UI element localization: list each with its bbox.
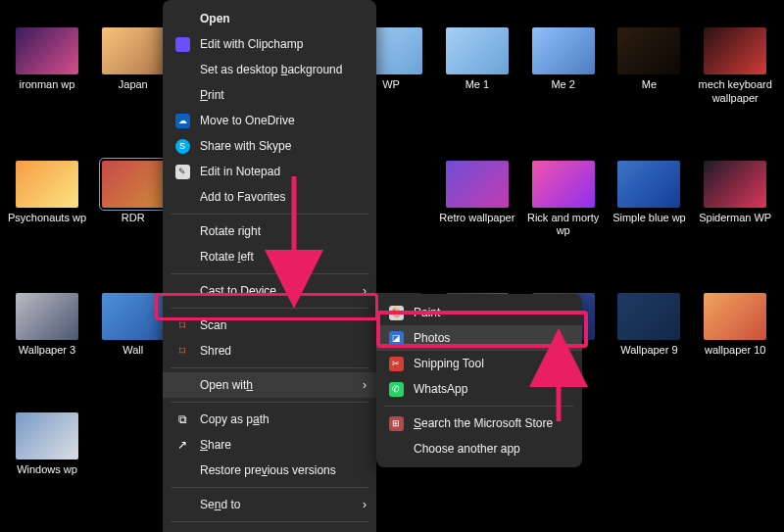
file-thumbnail (16, 293, 78, 340)
file-item[interactable]: wallpaper 10 (694, 293, 776, 385)
separator (171, 308, 368, 309)
separator (171, 214, 368, 215)
file-thumbnail (16, 27, 78, 74)
file-label: Wall (122, 344, 143, 358)
context-menu: Open Edit with Clipchamp Set as desktop … (163, 0, 376, 532)
menu-rotate-left[interactable]: Rotate left (163, 244, 376, 269)
menu-edit-notepad[interactable]: ✎Edit in Notepad (163, 159, 376, 184)
paint-icon: 🎨 (388, 305, 404, 320)
menu-share-skype[interactable]: SShare with Skype (163, 133, 376, 159)
menu-scan[interactable]: ⌑Scan (163, 313, 376, 338)
file-thumbnail (16, 161, 78, 208)
clipchamp-icon (174, 36, 190, 52)
file-item[interactable]: Simple blue wp (608, 161, 690, 266)
menu-move-onedrive[interactable]: ☁Move to OneDrive (163, 108, 376, 133)
skype-icon: S (174, 138, 190, 154)
file-label: Simple blue wp (612, 212, 686, 225)
file-label: RDR (122, 212, 145, 225)
file-label: Rick and morty wp (522, 212, 605, 239)
separator (171, 367, 368, 368)
photos-icon: ◪ (388, 330, 404, 346)
onedrive-icon: ☁ (174, 113, 190, 128)
menu-open-with[interactable]: Open with› (163, 372, 376, 398)
file-label: Wallpaper 9 (620, 344, 677, 358)
separator (171, 402, 368, 403)
menu-rotate-right[interactable]: Rotate right (163, 218, 376, 244)
file-thumbnail (704, 293, 766, 340)
menu-copy-as-path[interactable]: ⧉Copy as path (163, 407, 376, 432)
file-item[interactable]: Me (608, 27, 690, 133)
menu-open[interactable]: Open (163, 6, 376, 31)
file-label: Wallpaper 3 (19, 344, 75, 358)
file-thumbnail (102, 293, 165, 340)
file-thumbnail (704, 161, 766, 208)
separator (171, 487, 368, 488)
shred-icon: ⌑ (174, 343, 190, 359)
file-item[interactable]: Rick and morty wp (522, 161, 605, 266)
file-thumbnail (102, 161, 165, 208)
file-label: Windows wp (17, 463, 77, 477)
file-thumbnail (532, 161, 595, 208)
share-icon: ↗ (174, 437, 190, 453)
menu-print[interactable]: Print (163, 82, 376, 108)
menu-share[interactable]: ↗Share (163, 432, 376, 458)
file-label: Psychonauts wp (8, 212, 86, 225)
file-thumbnail (617, 27, 680, 74)
file-item[interactable]: ironman wp (6, 27, 88, 133)
file-label: mech keyboard wallpaper (694, 78, 776, 106)
submenu-paint[interactable]: 🎨Paint (376, 300, 582, 325)
file-item[interactable]: mech keyboard wallpaper (694, 27, 776, 133)
scan-icon: ⌑ (174, 317, 190, 333)
submenu-search-store[interactable]: ⊞Search the Microsoft Store (376, 411, 582, 436)
file-thumbnail (617, 161, 680, 208)
submenu-choose-another-app[interactable]: Choose another app (376, 436, 582, 461)
file-item[interactable]: Wallpaper 9 (608, 293, 690, 385)
menu-shred[interactable]: ⌑Shred (163, 338, 376, 363)
file-label: wallpaper 10 (705, 344, 765, 358)
menu-add-favorites[interactable]: Add to Favorites (163, 184, 376, 210)
whatsapp-icon: ✆ (388, 381, 404, 397)
chevron-right-icon: › (363, 378, 367, 392)
snipping-tool-icon: ✂ (388, 356, 404, 371)
menu-send-to[interactable]: Send to› (163, 492, 376, 517)
open-with-submenu: 🎨Paint ◪Photos ✂Snipping Tool ✆WhatsApp … (376, 294, 582, 467)
chevron-right-icon: › (363, 284, 367, 298)
menu-edit-clipchamp[interactable]: Edit with Clipchamp (163, 31, 376, 57)
file-item[interactable]: Me 1 (436, 27, 518, 133)
file-label: Retro wallpaper (439, 212, 514, 225)
ms-store-icon: ⊞ (388, 415, 404, 431)
submenu-whatsapp[interactable]: ✆WhatsApp (376, 376, 582, 402)
file-thumbnail (532, 27, 595, 74)
submenu-photos[interactable]: ◪Photos (376, 325, 582, 351)
file-item[interactable]: Retro wallpaper (436, 161, 518, 266)
menu-restore-previous-versions[interactable]: Restore previous versions (163, 458, 376, 483)
file-label: WP (382, 78, 400, 92)
file-item[interactable] (694, 412, 776, 505)
file-item[interactable]: Spiderman WP (694, 161, 776, 266)
notepad-icon: ✎ (174, 164, 190, 179)
file-thumbnail (446, 161, 509, 208)
separator (384, 406, 574, 407)
file-label: Spiderman WP (699, 212, 771, 225)
file-thumbnail (617, 293, 680, 340)
file-label: Me (642, 78, 657, 92)
file-label: Japan (119, 78, 148, 92)
submenu-snipping-tool[interactable]: ✂Snipping Tool (376, 351, 582, 376)
menu-cut[interactable]: Cut (163, 526, 376, 532)
file-item[interactable]: Psychonauts wp (6, 161, 88, 266)
menu-cast-to-device[interactable]: Cast to Device› (163, 278, 376, 304)
file-thumbnail (16, 412, 78, 459)
menu-set-desktop-background[interactable]: Set as desktop background (163, 57, 376, 82)
separator (171, 521, 368, 522)
file-item[interactable]: Me 2 (522, 27, 605, 133)
file-item[interactable]: Wallpaper 3 (6, 293, 88, 385)
file-thumbnail (446, 27, 509, 74)
file-thumbnail (704, 27, 766, 74)
chevron-right-icon: › (363, 498, 367, 511)
file-label: Me 2 (551, 78, 574, 92)
file-item[interactable] (608, 412, 690, 505)
file-label: ironman wp (20, 78, 75, 92)
file-label: Me 1 (466, 78, 489, 92)
copy-path-icon: ⧉ (174, 411, 190, 427)
file-item[interactable]: Windows wp (6, 412, 88, 505)
